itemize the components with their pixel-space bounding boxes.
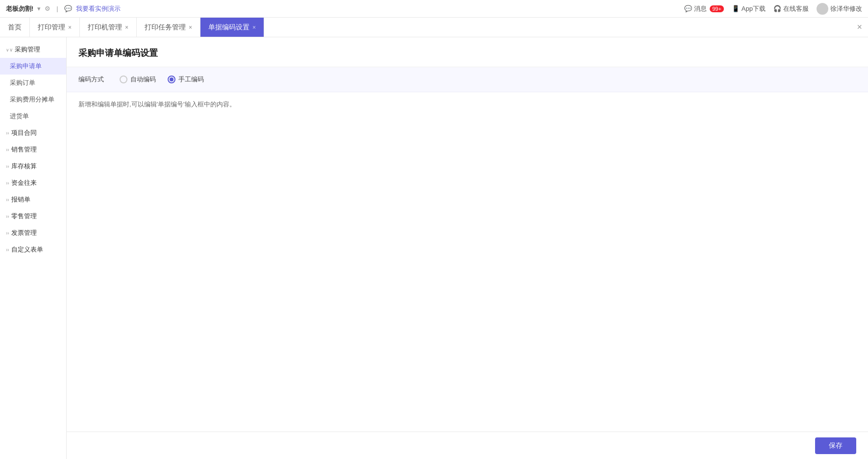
sidebar-group-returns[interactable]: › 报销单 [0,191,66,208]
sidebar-item-stock-in[interactable]: 进货单 [0,108,66,125]
top-bar: 老板勿割! ▾ ⚙ | 💬 我要看实例演示 💬 消息 99+ 📱 App下载 🎧… [0,0,868,18]
invoice-mgmt-arrow: › [6,230,9,236]
tab-printer-mgmt-label: 打印机管理 [88,23,122,32]
radio-auto-option[interactable]: 自动编码 [120,75,156,84]
close-all-tabs-btn[interactable]: × [851,18,868,37]
tab-print-mgmt[interactable]: 打印管理 × [30,18,80,37]
demo-link-icon: 💬 [64,5,72,12]
online-service-label: 在线客服 [783,4,809,13]
radio-auto-label: 自动编码 [130,75,156,84]
tab-printer-mgmt[interactable]: 打印机管理 × [80,18,137,37]
online-service-btn[interactable]: 🎧 在线客服 [773,4,809,13]
sidebar-group-inventory[interactable]: › 库存核算 [0,158,66,175]
sidebar-group-returns-label: 报销单 [11,195,30,204]
dropdown-icon[interactable]: ▾ [37,5,41,12]
app-download-label: App下载 [742,4,766,13]
sidebar-item-stock-in-label: 进货单 [10,112,29,120]
returns-arrow: › [6,197,9,203]
radio-manual-option[interactable]: 手工编码 [168,75,204,84]
description-content: 新增和编辑单据时,可以编辑'单据编号'输入框中的内容。 [78,101,236,108]
tab-home-label: 首页 [8,23,22,32]
sidebar-group-retail-mgmt[interactable]: › 零售管理 [0,208,66,225]
radio-manual-label: 手工编码 [178,75,204,84]
divider: | [56,5,58,12]
encoding-label: 编码方式 [78,75,104,84]
sidebar-group-inventory-label: 库存核算 [11,162,37,171]
demo-link[interactable]: 我要看实例演示 [76,4,121,13]
tab-single-code-settings-label: 单据编码设置 [208,23,249,32]
top-bar-right: 💬 消息 99+ 📱 App下载 🎧 在线客服 徐泽华修改 [684,3,862,15]
inventory-arrow: › [6,164,9,169]
settings-icon[interactable]: ⚙ [45,5,50,12]
radio-manual-circle[interactable] [168,76,175,83]
tab-printer-mgmt-close[interactable]: × [125,24,128,31]
tab-print-task-mgmt-label: 打印任务管理 [145,23,186,32]
tab-single-code-settings[interactable]: 单据编码设置 × [200,18,264,37]
description-text: 新增和编辑单据时,可以编辑'单据编号'输入框中的内容。 [67,92,868,117]
sidebar-group-project-contract-label: 项目合同 [11,128,37,137]
tab-single-code-settings-close[interactable]: × [252,24,256,31]
sidebar-group-fund-flow[interactable]: › 资金往来 [0,175,66,191]
sidebar-group-project-contract[interactable]: › 项目合同 [0,125,66,141]
sidebar-item-purchase-expense-label: 采购费用分摊单 [10,96,54,103]
content-header: 采购申请单编码设置 [67,37,868,67]
encoding-section: 编码方式 自动编码 手工编码 [67,67,868,92]
tab-print-mgmt-close[interactable]: × [68,24,72,31]
close-all-icon: × [857,22,862,32]
message-label: 消息 [694,4,707,13]
brand-label: 老板勿割! [6,4,33,13]
headset-icon: 🎧 [773,5,781,12]
sidebar-item-purchase-requisition[interactable]: 采购申请单 [0,58,66,75]
top-bar-left: 老板勿割! ▾ ⚙ | 💬 我要看实例演示 [6,4,121,13]
sidebar-group-purchase-mgmt-label: 采购管理 [15,45,40,54]
fund-flow-arrow: › [6,180,9,186]
message-badge: 99+ [710,5,724,12]
content-area: 采购申请单编码设置 编码方式 自动编码 手工编码 新增和编辑单据时,可以编辑'单… [67,37,868,459]
tab-print-task-mgmt[interactable]: 打印任务管理 × [137,18,200,37]
sidebar-item-purchase-order[interactable]: 采购订单 [0,75,66,91]
sidebar: ∨ 采购管理 采购申请单 采购订单 采购费用分摊单 进货单 › 项目合同 › 销… [0,37,67,459]
tab-bar: 首页 打印管理 × 打印机管理 × 打印任务管理 × 单据编码设置 × × [0,18,868,37]
sidebar-item-purchase-expense[interactable]: 采购费用分摊单 [0,91,66,108]
user-menu[interactable]: 徐泽华修改 [817,3,862,15]
sidebar-group-custom-forms-label: 自定义表单 [11,245,43,254]
sidebar-item-purchase-requisition-label: 采购申请单 [10,62,42,70]
message-btn[interactable]: 💬 消息 99+ [684,4,724,13]
page-title: 采购申请单编码设置 [78,48,158,58]
app-download-btn[interactable]: 📱 App下载 [732,4,766,13]
user-name: 徐泽华修改 [830,4,862,13]
sidebar-group-purchase-mgmt[interactable]: ∨ 采购管理 [0,41,66,58]
message-icon: 💬 [684,5,692,12]
avatar [817,3,828,15]
main-layout: ∨ 采购管理 采购申请单 采购订单 采购费用分摊单 进货单 › 项目合同 › 销… [0,37,868,459]
tab-print-task-mgmt-close[interactable]: × [189,24,192,31]
save-button[interactable]: 保存 [815,437,856,454]
sidebar-group-sales-mgmt[interactable]: › 销售管理 [0,141,66,158]
purchase-mgmt-arrow: ∨ [6,47,13,52]
app-download-icon: 📱 [732,5,740,12]
radio-group: 自动编码 手工编码 [120,75,204,84]
retail-mgmt-arrow: › [6,214,9,219]
bottom-bar: 保存 [67,432,868,459]
tab-print-mgmt-label: 打印管理 [38,23,65,32]
radio-auto-circle[interactable] [120,76,127,83]
sidebar-group-invoice-mgmt[interactable]: › 发票管理 [0,225,66,241]
sidebar-group-custom-forms[interactable]: › 自定义表单 [0,241,66,258]
sidebar-group-sales-mgmt-label: 销售管理 [11,145,37,154]
tab-home[interactable]: 首页 [0,18,30,37]
custom-forms-arrow: › [6,247,9,253]
sidebar-group-fund-flow-label: 资金往来 [11,178,37,187]
sidebar-item-purchase-order-label: 采购订单 [10,79,35,86]
sales-mgmt-arrow: › [6,147,9,153]
project-contract-arrow: › [6,130,9,136]
sidebar-group-retail-mgmt-label: 零售管理 [11,212,37,221]
sidebar-group-invoice-mgmt-label: 发票管理 [11,229,37,237]
